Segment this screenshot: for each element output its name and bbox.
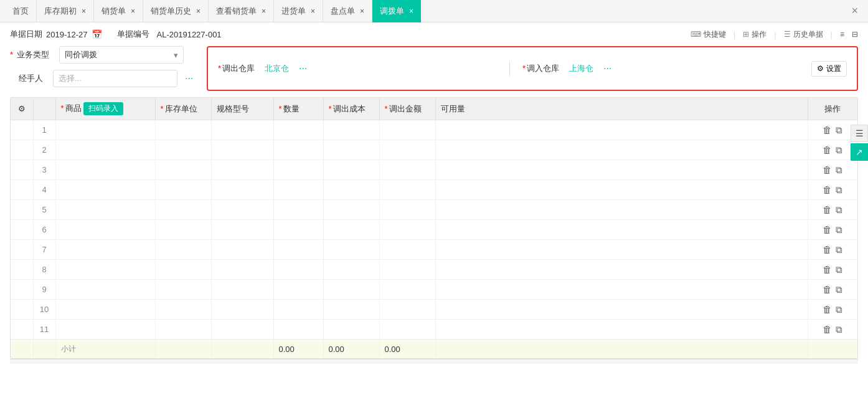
subtotal-qty: 0.00 — [273, 340, 323, 359]
delete-icon[interactable]: 🗑 — [823, 324, 832, 335]
th-settings[interactable]: ⚙ — [11, 98, 33, 120]
code-value: AL-20191227-001 — [157, 30, 222, 39]
copy-icon[interactable]: ⧉ — [836, 125, 842, 136]
table-row: 1 🗑⧉ — [11, 120, 857, 140]
in-warehouse-more-btn[interactable]: ··· — [603, 63, 611, 74]
delete-icon[interactable]: 🗑 — [823, 145, 832, 155]
biz-type-label: * 业务类型 — [10, 49, 49, 60]
out-warehouse-more-btn[interactable]: ··· — [299, 63, 307, 74]
tab-close-inventory-init[interactable]: × — [82, 7, 86, 16]
gear-icon: ⚙ — [817, 64, 824, 73]
tab-sales-order[interactable]: 销货单 × — [94, 0, 143, 22]
in-warehouse-value: 上海仓 — [569, 63, 593, 74]
operations-icon: ⊞ — [743, 30, 749, 39]
handler-more-btn[interactable]: ··· — [185, 73, 193, 84]
settings-button[interactable]: ⚙ 设置 — [811, 61, 847, 77]
biz-type-select[interactable]: 同价调拨 ▾ — [59, 46, 184, 64]
chevron-down-icon: ▾ — [174, 50, 178, 60]
copy-icon[interactable]: ⧉ — [836, 164, 842, 176]
table-row: 4 🗑⧉ — [11, 180, 857, 200]
delete-icon[interactable]: 🗑 — [823, 244, 832, 255]
handler-select[interactable]: 选择... — [53, 70, 177, 87]
table-row: 7 🗑⧉ — [11, 240, 857, 260]
th-unit: *库存单位 — [155, 98, 211, 120]
in-warehouse-field: *调入仓库 上海仓 ··· — [522, 63, 801, 74]
date-label: 单据日期 — [10, 29, 42, 40]
table-container: ⚙ *商品 扫码录入 *库存单位 规格型号 *数量 *调出成本 *调出金额 可用… — [10, 97, 858, 359]
table-row: 9 🗑⧉ — [11, 280, 857, 300]
th-spec: 规格型号 — [211, 98, 273, 120]
biz-type-field: * 业务类型 同价调拨 ▾ — [10, 46, 197, 64]
subtotal-amount: 0.00 — [379, 340, 435, 359]
th-amount: *调出金额 — [379, 98, 435, 120]
history-icon: ☰ — [784, 30, 791, 39]
copy-icon[interactable]: ⧉ — [836, 304, 842, 315]
table-row: 3 🗑⧉ — [11, 160, 857, 180]
date-value: 2019-12-27 — [46, 30, 88, 39]
delete-icon[interactable]: 🗑 — [823, 224, 832, 235]
shortcuts-icon: ⌨ — [691, 30, 701, 39]
th-cost: *调出成本 — [323, 98, 379, 120]
code-field: 单据编号 AL-20191227-001 — [117, 29, 222, 40]
main-content: 单据日期 2019-12-27 📅 单据编号 AL-20191227-001 ⌨… — [0, 22, 868, 370]
code-label: 单据编号 — [117, 29, 149, 40]
delete-icon[interactable]: 🗑 — [823, 304, 832, 315]
layout-btn-1[interactable]: ≡ — [840, 30, 844, 39]
handler-label: 经手人 — [19, 73, 43, 84]
window-close-button[interactable]: × — [846, 4, 863, 17]
layout-icon-2: ⊟ — [852, 30, 858, 39]
copy-icon[interactable]: ⧉ — [836, 224, 842, 236]
delete-icon[interactable]: 🗑 — [823, 125, 832, 135]
tab-close-purchase-order[interactable]: × — [311, 7, 315, 16]
copy-icon[interactable]: ⧉ — [836, 244, 842, 255]
bottom-scrollbar[interactable] — [10, 359, 858, 364]
table-row: 8 🗑⧉ — [11, 260, 857, 280]
copy-icon[interactable]: ⧉ — [836, 264, 842, 275]
table-row: 10 🗑⧉ — [11, 300, 857, 320]
subtotal-cost: 0.00 — [323, 340, 379, 359]
copy-icon[interactable]: ⧉ — [836, 324, 842, 335]
tab-transfer[interactable]: 调拨单 × — [372, 0, 421, 22]
tab-home[interactable]: 首页 — [5, 0, 37, 22]
wh-divider — [509, 61, 510, 76]
delete-icon[interactable]: 🗑 — [823, 284, 832, 295]
history-btn[interactable]: ☰ 历史单据 — [784, 29, 823, 40]
tab-close-inventory-check[interactable]: × — [360, 7, 364, 16]
operations-btn[interactable]: ⊞ 操作 — [743, 29, 767, 40]
out-warehouse-field: *调出仓库 北京仓 ··· — [218, 63, 497, 74]
subtotal-row: 小计 0.00 0.00 0.00 — [11, 340, 857, 359]
date-field: 单据日期 2019-12-27 📅 — [10, 29, 102, 40]
tab-sales-history[interactable]: 销货单历史 × — [143, 0, 209, 22]
tab-purchase-order[interactable]: 进货单 × — [274, 0, 323, 22]
right-float-panel: ☰ ↗ — [851, 125, 868, 161]
header-actions: ⌨ 快捷键 | ⊞ 操作 | ☰ 历史单据 | ≡ ⊟ — [691, 29, 858, 40]
delete-icon[interactable]: 🗑 — [823, 164, 832, 175]
th-available: 可用量 — [435, 98, 808, 120]
th-action: 操作 — [808, 98, 857, 120]
tab-inventory-init[interactable]: 库存期初 × — [37, 0, 94, 22]
calendar-icon[interactable]: 📅 — [92, 29, 102, 39]
layout-btn-2[interactable]: ⊟ — [852, 30, 858, 39]
table-row: 6 🗑⧉ — [11, 220, 857, 240]
th-qty: *数量 — [273, 98, 323, 120]
tab-close-view-sales[interactable]: × — [262, 7, 266, 16]
copy-icon[interactable]: ⧉ — [836, 204, 842, 216]
delete-icon[interactable]: 🗑 — [823, 264, 832, 275]
tab-close-sales-order[interactable]: × — [131, 7, 135, 16]
tab-close-transfer[interactable]: × — [409, 7, 413, 16]
shortcuts-btn[interactable]: ⌨ 快捷键 — [691, 29, 726, 40]
float-export-btn[interactable]: ↗ — [851, 143, 868, 161]
tab-bar: 首页 库存期初 × 销货单 × 销货单历史 × 查看销货单 × 进货单 × 盘点… — [0, 0, 868, 22]
tab-close-sales-history[interactable]: × — [196, 7, 200, 16]
delete-icon[interactable]: 🗑 — [823, 184, 832, 195]
float-list-btn[interactable]: ☰ — [851, 125, 868, 142]
scan-button[interactable]: 扫码录入 — [83, 102, 123, 115]
handler-field: 经手人 选择... ··· — [10, 70, 197, 87]
copy-icon[interactable]: ⧉ — [836, 284, 842, 295]
copy-icon[interactable]: ⧉ — [836, 184, 842, 196]
tab-view-sales[interactable]: 查看销货单 × — [209, 0, 274, 22]
copy-icon[interactable]: ⧉ — [836, 145, 842, 156]
tab-inventory-check[interactable]: 盘点单 × — [323, 0, 372, 22]
delete-icon[interactable]: 🗑 — [823, 204, 832, 215]
transfer-table: ⚙ *商品 扫码录入 *库存单位 规格型号 *数量 *调出成本 *调出金额 可用… — [11, 98, 857, 359]
